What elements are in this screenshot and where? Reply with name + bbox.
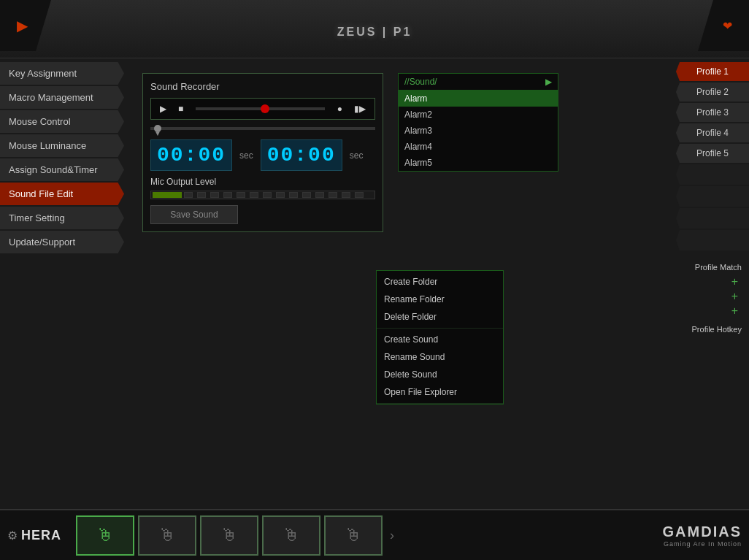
fb-item-alarm2[interactable]: Alarm2: [399, 107, 558, 123]
stop-button[interactable]: ■: [175, 102, 186, 115]
gamdias-brand-text: GAMDIAS: [663, 523, 742, 540]
profile-2-button[interactable]: Profile 2: [676, 83, 749, 101]
settings-gear-icon[interactable]: ⚙: [7, 529, 18, 542]
skip-button[interactable]: ▮▶: [351, 102, 369, 115]
mouse-icon-5: 🖰: [345, 525, 362, 545]
sound-actions-group: Create Sound Rename Sound Delete Sound O…: [377, 329, 503, 404]
back-arrow-icon: ▶: [17, 17, 28, 34]
mic-ticks: [184, 192, 364, 198]
profile-4-button[interactable]: Profile 4: [676, 123, 749, 142]
fb-collapse-icon[interactable]: ▶: [545, 77, 552, 87]
play-button[interactable]: ▶: [157, 102, 169, 115]
content-area: Sound Recorder ▶ ■ ● ▮▶ ▼ 00:00 sec 00:0…: [128, 58, 672, 509]
profile-match-label: Profile Match: [672, 263, 745, 272]
profile-match-plus-2[interactable]: +: [672, 290, 745, 303]
profile-empty-3: [676, 208, 749, 229]
panel-title: Sound Recorder: [150, 81, 375, 92]
fb-path: //Sound/: [404, 77, 437, 87]
context-menu: Create Folder Rename Folder Delete Folde…: [376, 270, 504, 404]
total-time-label: sec: [350, 150, 364, 161]
sidebar-item-sound-file-edit[interactable]: Sound File Edit: [0, 183, 124, 205]
total-time: 00:00: [261, 139, 342, 171]
app-logo: ZEUS | P1: [337, 18, 412, 41]
sidebar: Key Assignment Macro Management Mouse Co…: [0, 58, 128, 509]
fb-item-alarm3[interactable]: Alarm3: [399, 123, 558, 139]
rename-sound-button[interactable]: Rename Sound: [377, 348, 503, 366]
sidebar-item-macro-management[interactable]: Macro Management: [0, 86, 124, 109]
profile-3-button[interactable]: Profile 3: [676, 103, 749, 122]
top-right-corner[interactable]: ❤: [698, 0, 749, 51]
brand-name: HERA: [21, 528, 61, 543]
main-layout: Key Assignment Macro Management Mouse Co…: [0, 58, 749, 509]
time-display: 00:00 sec 00:00 sec: [150, 139, 375, 171]
profile-empty-2: [676, 186, 749, 207]
mouse-icon-4: 🖰: [283, 525, 300, 545]
sidebar-item-assign-sound-timer[interactable]: Assign Sound&Timer: [0, 158, 124, 181]
device-nav-arrow[interactable]: ›: [386, 528, 398, 543]
open-file-explorer-button[interactable]: Open File Explorer: [377, 383, 503, 401]
recorder-controls: ▶ ■ ● ▮▶: [150, 98, 375, 120]
mouse-icon-1: 🖰: [96, 525, 114, 545]
profile-empty-4: [676, 230, 749, 250]
fb-item-alarm[interactable]: Alarm: [399, 91, 558, 107]
create-folder-button[interactable]: Create Folder: [377, 273, 503, 291]
bottom-bar: ⚙ HERA 🖰 🖰 🖰 🖰 🖰 › GAMDIAS Gaming Are In…: [0, 509, 749, 560]
record-button[interactable]: ●: [334, 102, 345, 115]
bottom-brand: ⚙ HERA: [7, 528, 61, 543]
current-time-label: sec: [239, 150, 253, 161]
playback-slider[interactable]: ▼: [150, 127, 375, 130]
delete-sound-button[interactable]: Delete Sound: [377, 366, 503, 383]
gamdias-logo: GAMDIAS Gaming Are In Motion: [663, 523, 742, 548]
current-time: 00:00: [150, 139, 232, 171]
create-sound-button[interactable]: Create Sound: [377, 331, 503, 348]
sound-recorder-panel: Sound Recorder ▶ ■ ● ▮▶ ▼ 00:00 sec 00:0…: [142, 73, 383, 232]
device-thumb-3[interactable]: 🖰: [200, 515, 258, 556]
gamdias-tagline: Gaming Are In Motion: [663, 540, 742, 548]
delete-folder-button[interactable]: Delete Folder: [377, 308, 503, 326]
mouse-icon-3: 🖰: [220, 525, 238, 545]
mic-slider[interactable]: [150, 191, 375, 199]
profile-empty-1: [676, 164, 749, 185]
fb-item-alarm4[interactable]: Alarm4: [399, 139, 558, 155]
sidebar-item-update-support[interactable]: Update/Support: [0, 231, 124, 253]
profile-match-plus-1[interactable]: +: [672, 275, 745, 288]
device-thumb-1[interactable]: 🖰: [76, 515, 134, 556]
profile-5-button[interactable]: Profile 5: [676, 144, 749, 163]
sidebar-item-timer-setting[interactable]: Timer Setting: [0, 207, 124, 229]
profile-1-button[interactable]: Profile 1: [676, 62, 749, 81]
sidebar-item-mouse-control[interactable]: Mouse Control: [0, 110, 124, 133]
profile-match-section: Profile Match + + + Profile Hotkey: [672, 263, 749, 334]
save-sound-button[interactable]: Save Sound: [150, 205, 238, 224]
fb-item-alarm5[interactable]: Alarm5: [399, 155, 558, 171]
file-browser: //Sound/ ▶ Alarm Alarm2 Alarm3 Alarm4 Al…: [398, 73, 558, 172]
top-bar: ▶ ZEUS | P1 ❤: [0, 0, 749, 58]
mouse-icon-2: 🖰: [158, 525, 176, 545]
device-thumb-4[interactable]: 🖰: [262, 515, 320, 556]
fb-header: //Sound/ ▶: [399, 74, 558, 91]
sidebar-item-key-assignment[interactable]: Key Assignment: [0, 62, 124, 85]
device-thumb-5[interactable]: 🖰: [324, 515, 383, 556]
folder-actions-group: Create Folder Rename Folder Delete Folde…: [377, 271, 503, 329]
top-left-corner[interactable]: ▶: [0, 0, 51, 51]
mic-output-label: Mic Output Level: [150, 177, 375, 187]
device-thumb-2[interactable]: 🖰: [138, 515, 196, 556]
sidebar-item-mouse-luminance[interactable]: Mouse Luminance: [0, 134, 124, 157]
profile-hotkey-label: Profile Hotkey: [672, 325, 745, 334]
right-sidebar: Profile 1 Profile 2 Profile 3 Profile 4 …: [672, 58, 749, 509]
rename-folder-button[interactable]: Rename Folder: [377, 291, 503, 308]
heart-icon: ❤: [723, 19, 732, 33]
profile-match-plus-3[interactable]: +: [672, 304, 745, 318]
